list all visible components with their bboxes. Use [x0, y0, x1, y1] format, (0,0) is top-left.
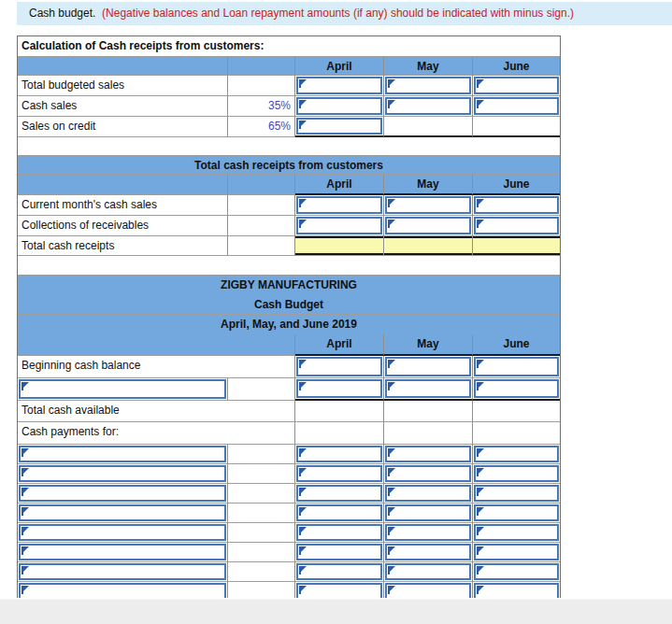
empty-cell [228, 503, 295, 523]
payment-label-input[interactable] [19, 563, 226, 580]
amount-input[interactable] [385, 357, 471, 376]
flag-icon [388, 79, 390, 88]
flag-icon [21, 507, 23, 516]
payment-amount-input[interactable] [296, 446, 382, 462]
company-title-row: ZIGBY MANUFACTURING [18, 276, 560, 295]
spacer-cell [18, 137, 560, 156]
payment-amount-input[interactable] [474, 544, 559, 560]
month-header-june: June [473, 57, 560, 76]
empty-cell [228, 236, 295, 256]
payment-amount-input[interactable] [296, 583, 382, 598]
table-row-beginning-cash-balance: Beginning cash balance [18, 356, 560, 378]
empty-cell [384, 422, 473, 445]
payment-amount-input[interactable] [474, 524, 559, 541]
payment-amount-input[interactable] [385, 524, 471, 541]
row-label: Current month's cash sales [18, 195, 228, 216]
amount-input[interactable] [474, 196, 559, 214]
flag-icon [299, 382, 301, 390]
payment-label-input[interactable] [19, 465, 226, 482]
amount-input[interactable] [385, 379, 471, 398]
flag-icon [299, 100, 301, 108]
amount-input[interactable] [385, 97, 471, 115]
payment-amount-input[interactable] [385, 583, 471, 598]
amount-input[interactable] [296, 196, 382, 214]
amount-input[interactable] [474, 379, 559, 398]
payment-amount-input[interactable] [385, 544, 471, 560]
flag-icon [299, 360, 301, 368]
amount-input[interactable] [296, 357, 382, 376]
percent-value: 65% [228, 117, 295, 137]
amount-input[interactable] [296, 77, 382, 94]
payment-label-input[interactable] [19, 485, 226, 502]
amount-input[interactable] [385, 77, 471, 94]
payment-amount-input[interactable] [385, 446, 471, 462]
amount-input[interactable] [296, 379, 382, 398]
payment-amount-input[interactable] [474, 583, 559, 598]
payment-amount-input[interactable] [474, 465, 559, 482]
payment-amount-input[interactable] [385, 563, 471, 580]
period-title-row: April, May, and June 2019 [18, 315, 560, 334]
empty-cell [228, 484, 295, 503]
row-label: Sales on credit [18, 117, 228, 137]
instruction-banner: Cash budget. (Negative balances and Loan… [17, 2, 672, 25]
payment-amount-input[interactable] [474, 563, 559, 580]
flag-icon [477, 586, 479, 594]
amount-input[interactable] [296, 217, 382, 234]
payment-amount-input[interactable] [296, 563, 382, 580]
empty-cell [473, 422, 560, 445]
amount-input[interactable] [385, 196, 471, 214]
payment-amount-input[interactable] [385, 465, 471, 482]
spacer-row [18, 256, 560, 276]
payment-label-input[interactable] [19, 446, 226, 462]
table-row-sales-on-credit: Sales on credit 65% [18, 117, 560, 137]
payment-amount-input[interactable] [296, 485, 382, 502]
row-label: Beginning cash balance [18, 356, 295, 378]
calculated-total-cell [384, 236, 472, 255]
payment-amount-input[interactable] [385, 485, 471, 502]
row-label: Cash sales [18, 96, 228, 117]
amount-input[interactable] [296, 97, 382, 115]
amount-input[interactable] [474, 357, 559, 376]
blank-header-cell [18, 334, 295, 356]
payment-amount-input[interactable] [296, 504, 382, 521]
amount-input[interactable] [474, 77, 559, 94]
statement-title-row: Cash Budget [18, 295, 560, 315]
blank-header-cell [228, 175, 295, 195]
empty-cell [228, 562, 295, 582]
payment-row [18, 445, 560, 464]
empty-cell [228, 378, 295, 401]
flag-icon [477, 100, 479, 108]
banner-title: Cash budget. [29, 7, 95, 20]
flag-icon [299, 121, 301, 129]
payment-amount-input[interactable] [474, 485, 559, 502]
label-input[interactable] [19, 379, 226, 399]
payment-amount-input[interactable] [296, 524, 382, 541]
flag-icon [21, 586, 23, 594]
payment-amount-input[interactable] [385, 504, 471, 521]
blank-header-cell [18, 175, 228, 195]
month-header-april: April [295, 334, 384, 356]
cash-budget-worksheet: Calculation of Cash receipts from custom… [17, 35, 561, 598]
payment-label-input[interactable] [19, 524, 226, 541]
period-title: April, May, and June 2019 [18, 315, 560, 334]
flag-icon [477, 468, 479, 476]
section2-title-row: Total cash receipts from customers [18, 156, 560, 175]
empty-cell [228, 582, 295, 598]
payment-label-input[interactable] [19, 583, 226, 598]
payment-amount-input[interactable] [474, 504, 559, 521]
payment-amount-input[interactable] [296, 544, 382, 560]
amount-input[interactable] [474, 97, 559, 115]
flag-icon [477, 220, 479, 228]
table-row-total-cash-receipts: Total cash receipts [18, 236, 560, 256]
bottom-band [0, 599, 672, 624]
payment-amount-input[interactable] [296, 465, 382, 482]
empty-cell [473, 401, 560, 422]
payment-label-input[interactable] [19, 504, 226, 521]
payment-label-input[interactable] [19, 544, 226, 560]
empty-cell [228, 445, 295, 464]
payment-amount-input[interactable] [474, 446, 559, 462]
amount-input[interactable] [474, 217, 559, 234]
amount-input[interactable] [385, 217, 471, 234]
flag-icon [388, 199, 390, 207]
amount-input[interactable] [296, 118, 382, 135]
